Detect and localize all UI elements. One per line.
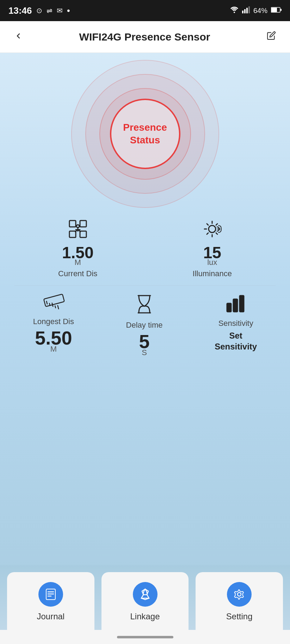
longest-distance-metric: Longest Dis 5.50 M bbox=[33, 293, 74, 354]
current-dis-unit: M bbox=[75, 258, 81, 267]
svg-rect-1 bbox=[242, 11, 243, 13]
status-time: 13:46 bbox=[8, 5, 32, 16]
svg-line-27 bbox=[52, 303, 53, 306]
delay-time-label: Delay time bbox=[126, 321, 163, 330]
bottom-tabs-container: Journal Linkage bbox=[0, 565, 290, 630]
svg-line-20 bbox=[207, 224, 208, 225]
back-button[interactable] bbox=[11, 28, 26, 46]
svg-point-15 bbox=[209, 225, 216, 233]
alarm-icon: ⊙ bbox=[36, 6, 42, 15]
svg-rect-24 bbox=[44, 294, 64, 306]
svg-line-26 bbox=[50, 303, 50, 305]
longest-dis-unit: M bbox=[50, 345, 57, 354]
sync-icon: ⇌ bbox=[47, 6, 53, 15]
ruler-icon bbox=[42, 293, 65, 315]
radar-container: Presence Status bbox=[71, 60, 219, 208]
illuminance-label: Illuminance bbox=[193, 269, 232, 278]
delay-time-unit: S bbox=[142, 348, 147, 357]
set-sensitivity-text: Set Sensitivity bbox=[215, 330, 257, 352]
svg-rect-34 bbox=[240, 296, 244, 312]
illuminance-unit: lux bbox=[207, 258, 217, 267]
wifi-icon bbox=[230, 6, 239, 15]
svg-line-28 bbox=[55, 306, 56, 308]
svg-line-23 bbox=[207, 233, 208, 234]
svg-line-21 bbox=[216, 233, 217, 234]
status-bar: 13:46 ⊙ ⇌ ✉ ● 64% bbox=[0, 0, 290, 21]
home-bar bbox=[117, 636, 173, 638]
illuminance-value-group: 15 lux bbox=[203, 244, 221, 267]
hourglass-icon bbox=[135, 293, 154, 318]
bar-chart-icon bbox=[225, 293, 246, 317]
main-content: Presence Status bbox=[0, 53, 290, 644]
mail-icon: ✉ bbox=[57, 6, 63, 15]
person-detect-icon bbox=[67, 218, 88, 242]
presence-status-text: Presence Status bbox=[123, 121, 167, 147]
journal-icon bbox=[38, 582, 63, 607]
journal-tab-label: Journal bbox=[37, 612, 64, 621]
sensitivity-metric[interactable]: Sensitivity Set Sensitivity bbox=[215, 293, 257, 352]
svg-rect-9 bbox=[80, 221, 86, 227]
current-dis-label: Current Dis bbox=[58, 269, 97, 278]
current-dis-value-group: 1.50 M bbox=[62, 244, 94, 267]
edit-button[interactable] bbox=[263, 27, 279, 46]
svg-rect-8 bbox=[69, 221, 76, 227]
setting-icon bbox=[227, 582, 252, 607]
svg-rect-7 bbox=[280, 9, 282, 11]
illuminance-metric: 15 lux Illuminance bbox=[193, 218, 232, 278]
illuminance-icon bbox=[202, 218, 223, 242]
battery-text: 64% bbox=[253, 7, 267, 15]
signal-icon bbox=[242, 6, 250, 15]
delay-time-value-group: 5 S bbox=[139, 332, 150, 357]
home-indicator bbox=[0, 630, 290, 644]
svg-line-29 bbox=[58, 305, 59, 309]
section-divider bbox=[14, 285, 276, 286]
dot-icon: ● bbox=[67, 7, 70, 14]
svg-rect-33 bbox=[233, 299, 237, 312]
presence-status-circle: Presence Status bbox=[110, 99, 180, 169]
longest-dis-label: Longest Dis bbox=[33, 317, 74, 326]
status-left: 13:46 ⊙ ⇌ ✉ ● bbox=[8, 5, 70, 16]
status-right: 64% bbox=[230, 6, 282, 15]
svg-line-25 bbox=[47, 301, 47, 304]
metrics-row-2: Longest Dis 5.50 M Delay time 5 S bbox=[0, 289, 290, 361]
svg-rect-3 bbox=[246, 8, 248, 13]
bottom-tabs: Journal Linkage bbox=[7, 572, 283, 630]
svg-rect-32 bbox=[227, 303, 231, 312]
page-title: WIFI24G Presence Sensor bbox=[79, 31, 210, 43]
svg-rect-2 bbox=[244, 9, 246, 13]
linkage-icon bbox=[133, 582, 158, 607]
linkage-tab-label: Linkage bbox=[130, 612, 160, 621]
sensitivity-label: Sensitivity bbox=[218, 319, 253, 328]
setting-tab-label: Setting bbox=[226, 612, 253, 621]
longest-dis-value-group: 5.50 M bbox=[35, 328, 72, 354]
battery-icon bbox=[271, 7, 282, 15]
svg-rect-11 bbox=[80, 231, 86, 237]
tab-linkage[interactable]: Linkage bbox=[101, 572, 189, 630]
delay-time-metric: Delay time 5 S bbox=[126, 293, 163, 357]
svg-rect-6 bbox=[271, 8, 277, 12]
svg-line-22 bbox=[216, 224, 217, 225]
svg-point-40 bbox=[237, 593, 241, 596]
current-distance-metric: 1.50 M Current Dis bbox=[58, 218, 97, 278]
svg-rect-4 bbox=[248, 6, 250, 13]
svg-point-0 bbox=[234, 12, 235, 13]
tab-setting[interactable]: Setting bbox=[196, 572, 283, 630]
tab-journal[interactable]: Journal bbox=[7, 572, 94, 630]
svg-rect-10 bbox=[69, 231, 76, 237]
app-header: WIFI24G Presence Sensor bbox=[0, 21, 290, 53]
metrics-row-1: 1.50 M Current Dis bbox=[0, 215, 290, 282]
